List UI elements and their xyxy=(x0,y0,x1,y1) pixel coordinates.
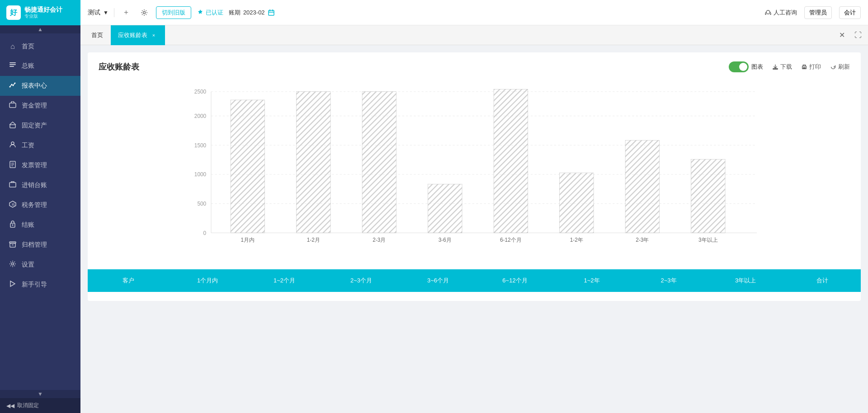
svg-rect-32 xyxy=(803,68,805,68)
svg-point-6 xyxy=(14,83,16,84)
cancel-fixed-icon: ◀◀ xyxy=(6,403,14,409)
scroll-down-arrow[interactable]: ▼ xyxy=(38,391,43,397)
svg-point-18 xyxy=(12,225,14,226)
svg-point-24 xyxy=(143,11,145,14)
settings-icon xyxy=(8,260,17,269)
download-button[interactable]: 下载 xyxy=(772,63,792,71)
tab-receivable-aging[interactable]: 应收账龄表 × xyxy=(111,25,165,45)
tab-close-action-button[interactable]: ✕ xyxy=(835,29,848,42)
sidebar-item-home[interactable]: ⌂ 首页 xyxy=(0,37,80,56)
sidebar-item-home-label: 首页 xyxy=(22,42,34,51)
bar-5 xyxy=(494,89,528,233)
svg-point-22 xyxy=(12,263,14,265)
logo-icon: 好 xyxy=(6,5,21,20)
headset-icon xyxy=(764,9,772,16)
svg-rect-0 xyxy=(9,62,16,63)
sidebar-item-assets-label: 固定资产 xyxy=(22,122,47,130)
tax-icon: 税 xyxy=(8,201,17,210)
sidebar-item-wages-label: 工资 xyxy=(22,141,34,150)
download-icon xyxy=(772,64,778,70)
accountant-button[interactable]: 会计 xyxy=(839,6,861,19)
svg-rect-8 xyxy=(10,125,15,128)
settings-button[interactable] xyxy=(138,6,151,19)
svg-text:2000: 2000 xyxy=(194,113,207,119)
inventory-icon xyxy=(8,181,17,190)
chart-toggle[interactable] xyxy=(729,61,749,72)
sidebar-item-invoices-label: 发票管理 xyxy=(22,161,47,169)
assets-icon xyxy=(8,121,17,130)
scroll-up-area: ▲ xyxy=(0,25,80,33)
scroll-up-arrow[interactable]: ▲ xyxy=(38,26,43,33)
sidebar-item-archive[interactable]: 归档管理 xyxy=(0,235,80,255)
svg-text:1-2年: 1-2年 xyxy=(570,237,583,243)
bar-7 xyxy=(625,141,659,233)
sidebar-item-guide[interactable]: 新手引导 xyxy=(0,275,80,295)
sidebar-item-ledger[interactable]: 总账 xyxy=(0,56,80,76)
sidebar-item-tax[interactable]: 税 税务管理 xyxy=(0,195,80,215)
sidebar-item-settings[interactable]: 设置 xyxy=(0,255,80,275)
th-customer: 客户 xyxy=(88,269,169,292)
print-button[interactable]: 打印 xyxy=(801,63,821,71)
sidebar-item-closing[interactable]: 结账 xyxy=(0,215,80,235)
svg-rect-30 xyxy=(773,69,778,70)
sidebar-item-tax-label: 税务管理 xyxy=(22,201,47,209)
sidebar-item-invoices[interactable]: 发票管理 xyxy=(0,155,80,175)
home-tab-label: 首页 xyxy=(91,31,103,39)
refresh-button[interactable]: 刷新 xyxy=(830,63,850,71)
svg-text:2-3月: 2-3月 xyxy=(373,237,386,243)
project-selector[interactable]: 测试 ▼ xyxy=(88,9,108,17)
svg-text:1月内: 1月内 xyxy=(241,237,255,243)
svg-point-29 xyxy=(766,10,770,14)
bar-2 xyxy=(297,92,330,233)
active-tab-label: 应收账龄表 xyxy=(118,31,147,39)
svg-text:0: 0 xyxy=(203,230,207,236)
reports-icon xyxy=(8,81,17,90)
app-header: 测试 ▼ ＋ 切到旧版 已认证 账期 2023-02 xyxy=(80,0,868,25)
sidebar-item-assets[interactable]: 固定资产 xyxy=(0,116,80,136)
closing-icon xyxy=(8,221,17,230)
svg-rect-14 xyxy=(9,183,16,187)
sidebar-item-funds[interactable]: 资金管理 xyxy=(0,96,80,116)
chart-toggle-area: 图表 xyxy=(729,61,763,72)
svg-text:1-2月: 1-2月 xyxy=(307,237,320,243)
chart-container: 0 500 1000 1500 2000 2500 1月内 xyxy=(88,80,861,269)
page-header: 应收账龄表 图表 下载 打印 xyxy=(88,52,861,80)
svg-text:税: 税 xyxy=(12,203,15,206)
certified-badge: 已认证 xyxy=(197,9,223,17)
sidebar-item-wages[interactable]: 工资 xyxy=(0,136,80,155)
th-1-2month: 1~2个月 xyxy=(246,269,323,292)
page-content: 应收账龄表 图表 下载 打印 xyxy=(80,45,868,413)
sidebar-item-reports[interactable]: 报表中心 xyxy=(0,76,80,96)
main-content: 测试 ▼ ＋ 切到旧版 已认证 账期 2023-02 xyxy=(80,0,868,413)
svg-rect-2 xyxy=(9,66,14,67)
svg-text:2500: 2500 xyxy=(194,89,207,95)
table-header: 客户 1个月内 1~2个月 2~3个月 3~6个月 6~12个月 1~2年 2~… xyxy=(88,269,861,292)
switch-old-version-button[interactable]: 切到旧版 xyxy=(156,6,191,19)
svg-point-5 xyxy=(13,85,14,86)
tab-home[interactable]: 首页 xyxy=(84,25,111,45)
svg-point-9 xyxy=(11,142,14,145)
sidebar-nav: ⌂ 首页 总账 报表中心 资金管理 固定资产 xyxy=(0,33,80,390)
th-1month: 1个月内 xyxy=(169,269,246,292)
sidebar-item-ledger-label: 总账 xyxy=(22,62,34,70)
header-divider-1 xyxy=(114,8,114,17)
bar-4 xyxy=(428,184,462,233)
consult-button[interactable]: 人工咨询 xyxy=(764,9,797,17)
bar-8 xyxy=(691,160,725,233)
sidebar-item-inventory[interactable]: 进销台账 xyxy=(0,175,80,195)
svg-point-3 xyxy=(9,86,11,88)
calendar-icon[interactable] xyxy=(268,9,275,16)
th-1-2year: 1~2年 xyxy=(553,269,630,292)
svg-marker-23 xyxy=(10,281,15,286)
user-button[interactable]: 管理员 xyxy=(804,6,832,19)
content-card: 应收账龄表 图表 下载 打印 xyxy=(88,52,861,301)
svg-rect-1 xyxy=(9,64,16,65)
tab-close-button[interactable]: × xyxy=(150,32,157,39)
th-total: 合计 xyxy=(784,269,861,292)
ledger-icon xyxy=(8,61,17,70)
tabs-actions: ✕ ⛶ xyxy=(835,29,864,42)
add-button[interactable]: ＋ xyxy=(120,6,132,19)
cancel-fixed-btn[interactable]: ◀◀ 取消固定 xyxy=(0,398,80,413)
tab-expand-button[interactable]: ⛶ xyxy=(852,29,864,42)
svg-text:6-12个月: 6-12个月 xyxy=(500,237,522,243)
